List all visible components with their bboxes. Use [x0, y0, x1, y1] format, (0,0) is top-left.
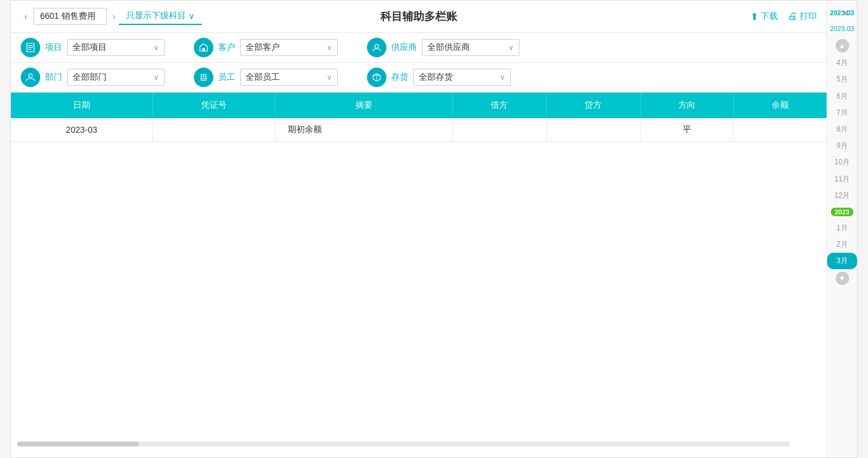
- col-date: 日期: [11, 93, 152, 118]
- employee-select[interactable]: 全部员工 ∨: [240, 69, 338, 86]
- year-badge: 2023: [831, 208, 853, 216]
- timeline-month-7[interactable]: 7月: [827, 105, 857, 121]
- col-summary: 摘要: [276, 93, 453, 118]
- employee-value: 全部员工: [246, 72, 280, 83]
- inventory-icon: [367, 68, 386, 87]
- employee-icon: [194, 68, 213, 87]
- download-label: 下载: [761, 11, 778, 22]
- timeline-period-active-2[interactable]: 2023.03: [827, 21, 857, 37]
- cell-direction: 平: [640, 118, 734, 142]
- account-name: 销售费用: [62, 11, 96, 21]
- col-debit: 借方: [452, 93, 546, 118]
- col-balance: 余额: [734, 93, 827, 118]
- timeline-month-11[interactable]: 11月: [827, 171, 857, 188]
- customer-arrow-icon: ∨: [327, 43, 332, 52]
- cell-date: 2023-03: [11, 118, 152, 142]
- year-badge-container: 2023: [831, 204, 853, 220]
- department-arrow-icon: ∨: [154, 73, 159, 82]
- supplier-label: 供应商: [391, 42, 417, 53]
- col-voucher: 凭证号: [152, 93, 276, 118]
- table-container: 日期 凭证号 摘要 借方 贷方 方向 余额 2023-03 期初余额 平: [11, 93, 827, 440]
- project-icon: [21, 38, 40, 57]
- print-button[interactable]: 🖨 打印: [788, 11, 817, 22]
- dropdown-arrow-icon: ∨: [188, 11, 194, 21]
- department-value: 全部部门: [73, 72, 107, 83]
- header-actions: ⬆ 下载 🖨 打印: [750, 11, 817, 23]
- timeline-month-10[interactable]: 10月: [827, 154, 857, 171]
- supplier-arrow-icon: ∨: [508, 43, 514, 52]
- cell-voucher: [152, 118, 276, 142]
- inventory-select[interactable]: 全部存货 ∨: [413, 69, 511, 86]
- employee-label: 员工: [218, 72, 235, 83]
- supplier-icon: [367, 38, 386, 57]
- customer-value: 全部客户: [246, 42, 280, 53]
- supplier-value: 全部供应商: [427, 42, 470, 53]
- svg-point-8: [203, 76, 205, 77]
- inventory-label: 存货: [391, 72, 408, 83]
- customer-label: 客户: [218, 42, 235, 53]
- supplier-select[interactable]: 全部供应商 ∨: [422, 39, 519, 56]
- filter-customer: 客户 全部客户 ∨: [194, 38, 352, 57]
- customer-icon: [194, 38, 213, 57]
- svg-point-5: [375, 44, 379, 48]
- inventory-value: 全部存货: [419, 72, 453, 83]
- department-select[interactable]: 全部部门 ∨: [67, 69, 165, 86]
- department-label: 部门: [45, 72, 62, 83]
- project-select[interactable]: 全部项目 ∨: [67, 39, 165, 56]
- filter-row-2: 部门 全部部门 ∨ 员工 全部员工 ∨: [11, 63, 827, 93]
- timeline-month-9[interactable]: 9月: [827, 138, 857, 154]
- horizontal-scrollbar[interactable]: [11, 440, 827, 453]
- project-arrow-icon: ∨: [154, 43, 159, 52]
- download-button[interactable]: ⬆ 下载: [750, 11, 778, 23]
- account-display: 6601 销售费用: [34, 8, 107, 25]
- scrollbar-track: [17, 442, 790, 446]
- print-label: 打印: [800, 11, 817, 22]
- next-account-button[interactable]: ›: [109, 10, 119, 23]
- cell-debit: [452, 118, 546, 142]
- timeline-month-12[interactable]: 12月: [827, 188, 857, 204]
- cell-balance: [734, 118, 827, 142]
- timeline-month-3-selected[interactable]: 3月: [827, 253, 857, 269]
- timeline-month-4[interactable]: 4月: [827, 55, 857, 71]
- svg-rect-4: [202, 48, 205, 51]
- table-header-row: 日期 凭证号 摘要 借方 贷方 方向 余额: [11, 93, 827, 118]
- download-icon: ⬆: [750, 11, 758, 23]
- content-area: ‹ 6601 销售费用 › 只显示下级科目 ∨ 科目辅助多栏账 ⬆ 下载: [11, 1, 857, 457]
- show-sub-account-button[interactable]: 只显示下级科目 ∨: [119, 8, 202, 25]
- page-title: 科目辅助多栏账: [380, 9, 457, 24]
- col-credit: 贷方: [546, 93, 640, 118]
- customer-select[interactable]: 全部客户 ∨: [240, 39, 338, 56]
- table-row: 2023-03 期初余额 平: [11, 118, 827, 142]
- project-value: 全部项目: [73, 42, 107, 53]
- timeline-month-2[interactable]: 2月: [827, 236, 857, 253]
- timeline-up-arrow[interactable]: ▲: [836, 39, 849, 52]
- account-code: 6601: [40, 11, 59, 21]
- svg-point-6: [29, 74, 32, 77]
- header: ‹ 6601 销售费用 › 只显示下级科目 ∨ 科目辅助多栏账 ⬆ 下载: [11, 1, 827, 33]
- close-button[interactable]: ✕: [839, 7, 851, 19]
- filter-employee: 员工 全部员工 ∨: [194, 68, 352, 87]
- department-icon: [21, 68, 40, 87]
- project-label: 项目: [45, 42, 62, 53]
- print-icon: 🖨: [788, 11, 797, 22]
- filter-project: 项目 全部项目 ∨: [21, 38, 179, 57]
- timeline-month-6[interactable]: 6月: [827, 88, 857, 105]
- timeline-down-arrow[interactable]: ▼: [836, 272, 849, 285]
- cell-credit: [546, 118, 640, 142]
- inventory-arrow-icon: ∨: [500, 73, 505, 82]
- timeline-month-8[interactable]: 8月: [827, 121, 857, 138]
- cell-summary: 期初余额: [276, 118, 453, 142]
- show-sub-label: 只显示下级科目: [126, 10, 186, 21]
- timeline-month-1[interactable]: 1月: [827, 220, 857, 236]
- filter-department: 部门 全部部门 ∨: [21, 68, 179, 87]
- timeline-month-5[interactable]: 5月: [827, 71, 857, 88]
- ledger-table: 日期 凭证号 摘要 借方 贷方 方向 余额 2023-03 期初余额 平: [11, 93, 827, 142]
- filter-row-1: 项目 全部项目 ∨ 客户 全部客户 ∨: [11, 33, 827, 63]
- filter-inventory: 存货 全部存货 ∨: [367, 68, 525, 87]
- scrollbar-thumb[interactable]: [17, 442, 139, 446]
- prev-account-button[interactable]: ‹: [21, 10, 31, 23]
- right-sidebar: 2023.03 2023.03 ▲ 4月 5月 6月 7月 8月 9月 10月 …: [827, 1, 857, 457]
- account-nav: ‹ 6601 销售费用 ›: [21, 8, 119, 25]
- filter-supplier: 供应商 全部供应商 ∨: [367, 38, 525, 57]
- main-container: ✕ ‹ 6601 销售费用 › 只显示下级科目 ∨ 科目辅助多栏账 ⬆: [10, 0, 858, 458]
